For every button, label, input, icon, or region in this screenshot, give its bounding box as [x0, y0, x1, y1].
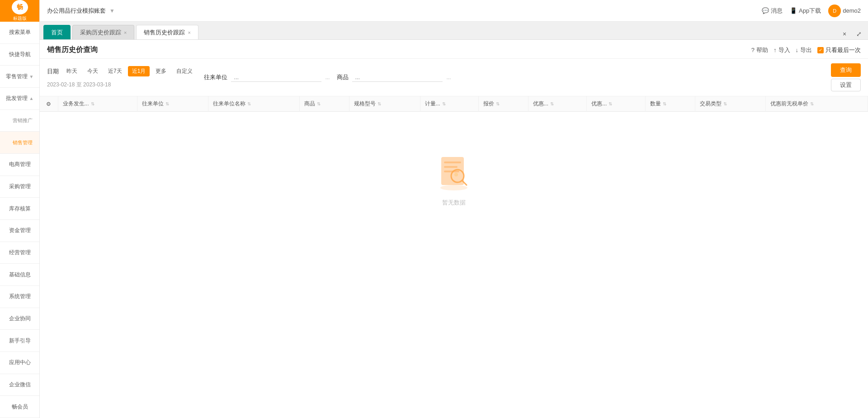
export-action[interactable]: ↓ 导出 [796, 46, 812, 54]
import-action[interactable]: ↑ 导入 [774, 46, 790, 54]
sort-icon-quantity: ⇅ [663, 101, 666, 106]
filter-area: 日期 昨天 今天 近7天 近1月 更多 自定义 2023-02-18 至 202… [40, 59, 868, 96]
partner-input-dots[interactable]: ... [325, 74, 330, 81]
date-label: 日期 [47, 67, 59, 76]
page-header-actions: ? 帮助 ↑ 导入 ↓ 导出 ✓ 只看最后一次 [751, 46, 861, 54]
sidebar-item-vip-member[interactable]: 畅会员 [0, 396, 39, 418]
sort-icon-goods: ⇅ [317, 101, 321, 106]
sidebar: 畅 标题版 搜索菜单 快捷导航 零售管理 ▼ 批发管理 ▲ 营销推广 销售管理 … [0, 0, 40, 418]
sort-icon-biz-date: ⇅ [91, 101, 94, 106]
sidebar-item-inventory[interactable]: 库存核算 [0, 198, 39, 220]
tab-sales-history-close-icon[interactable]: × [188, 30, 190, 35]
th-partner-name[interactable]: 往来单位名称 ⇅ [208, 96, 300, 112]
sidebar-item-new-guide[interactable]: 新手引导 [0, 330, 39, 352]
query-button[interactable]: 查询 [831, 63, 861, 77]
close-all-tabs-btn[interactable]: × [839, 28, 850, 39]
sort-icon-discount1: ⇅ [550, 101, 554, 106]
th-quantity[interactable]: 数量 ⇅ [645, 96, 695, 112]
th-settings[interactable]: ⚙ [40, 96, 58, 112]
sort-icon-quote: ⇅ [496, 101, 500, 106]
partner-input[interactable] [231, 73, 321, 82]
sidebar-item-search-menu[interactable]: 搜索菜单 [0, 22, 39, 44]
app-download-btn[interactable]: 📱 App下载 [790, 7, 821, 15]
th-quote[interactable]: 报价 ⇅ [478, 96, 528, 112]
sort-icon-partner-code: ⇅ [165, 101, 169, 106]
sidebar-item-sales-mgmt[interactable]: 销售管理 [0, 132, 39, 154]
sidebar-item-enterprise-wechat[interactable]: 企业微信 [0, 374, 39, 396]
sidebar-item-ops-mgmt[interactable]: 经营管理 [0, 242, 39, 264]
goods-input[interactable] [352, 73, 443, 82]
tab-home[interactable]: 首页 [43, 25, 71, 39]
message-icon: 💬 [762, 7, 769, 14]
message-btn[interactable]: 💬 消息 [762, 7, 783, 15]
svg-rect-3 [444, 166, 458, 168]
logo-icon: 畅 [12, 0, 28, 14]
th-spec[interactable]: 规格型号 ⇅ [349, 96, 420, 112]
user-avatar-area[interactable]: D demo2 [828, 5, 861, 17]
username: demo2 [843, 7, 861, 14]
svg-rect-2 [444, 162, 461, 163]
tab-purchase-history-close-icon[interactable]: × [124, 30, 127, 35]
sidebar-item-purchase-mgmt[interactable]: 采购管理 [0, 176, 39, 198]
sort-icon-trade-type: ⇅ [723, 101, 727, 106]
main-area: 办公用品行业模拟账套 ▼ 💬 消息 📱 App下载 D demo2 首页 [40, 0, 868, 418]
date-btn-last7days[interactable]: 近7天 [104, 66, 126, 76]
th-biz-date[interactable]: 业务发生... ⇅ [58, 96, 137, 112]
settings-button[interactable]: 设置 [831, 79, 861, 91]
checkbox-checked-icon: ✓ [817, 47, 824, 53]
date-btn-today[interactable]: 今天 [83, 66, 102, 76]
goods-input-dots[interactable]: ... [446, 74, 451, 81]
date-btn-custom[interactable]: 自定义 [172, 66, 197, 76]
action-buttons: 查询 设置 [831, 63, 861, 91]
sidebar-item-marketing[interactable]: 营销推广 [0, 110, 39, 132]
th-partner-code[interactable]: 往来单位 ⇅ [137, 96, 208, 112]
sidebar-item-wholesale-mgmt[interactable]: 批发管理 ▲ [0, 88, 39, 110]
import-icon: ↑ [774, 47, 777, 53]
app-download-icon: 📱 [790, 7, 797, 14]
goods-label: 商品 [337, 73, 349, 81]
gear-icon: ⚙ [46, 101, 51, 107]
th-pre-tax-price[interactable]: 优惠前无税单价 ⇅ [766, 96, 868, 112]
date-btn-last1month[interactable]: 近1月 [128, 66, 150, 76]
th-goods[interactable]: 商品 ⇅ [300, 96, 349, 112]
help-icon: ? [751, 47, 755, 53]
tab-sales-history[interactable]: 销售历史价跟踪 × [136, 25, 198, 39]
table-container: ⚙ 业务发生... ⇅ 往来单位 ⇅ [40, 96, 868, 418]
date-btn-more[interactable]: 更多 [151, 66, 170, 76]
partner-label: 往来单位 [204, 73, 227, 81]
export-icon: ↓ [796, 47, 799, 53]
maximize-btn[interactable]: ⤢ [854, 28, 864, 39]
tab-purchase-history[interactable]: 采购历史价跟踪 × [72, 25, 134, 39]
svg-point-0 [440, 185, 467, 190]
sidebar-item-ecom-mgmt[interactable]: 电商管理 [0, 154, 39, 176]
topbar-right: 💬 消息 📱 App下载 D demo2 [762, 5, 861, 17]
date-range-text: 2023-02-18 至 2023-03-18 [47, 81, 111, 89]
sidebar-logo[interactable]: 畅 标题版 [0, 0, 39, 22]
sort-icon-unit: ⇅ [442, 101, 446, 106]
only-last-checkbox[interactable]: ✓ 只看最后一次 [817, 46, 861, 54]
sort-icon-partner-name: ⇅ [247, 101, 251, 106]
goods-filter-group: 商品 ... [337, 73, 451, 82]
table-header-row: ⚙ 业务发生... ⇅ 往来单位 ⇅ [40, 96, 868, 112]
sidebar-item-enterprise-collab[interactable]: 企业协同 [0, 308, 39, 330]
svg-rect-4 [444, 171, 459, 172]
dropdown-icon[interactable]: ▼ [109, 8, 115, 14]
th-unit[interactable]: 计量... ⇅ [420, 96, 478, 112]
sidebar-item-app-center[interactable]: 应用中心 [0, 352, 39, 374]
sidebar-item-retail-mgmt[interactable]: 零售管理 ▼ [0, 66, 39, 88]
sort-icon-pre-tax-price: ⇅ [810, 101, 814, 106]
empty-icon [431, 148, 476, 193]
th-trade-type[interactable]: 交易类型 ⇅ [695, 96, 765, 112]
page-content: 销售历史价查询 ? 帮助 ↑ 导入 ↓ 导出 ✓ 只看最后一次 [40, 40, 868, 418]
date-btn-yesterday[interactable]: 昨天 [62, 66, 81, 76]
th-discount1[interactable]: 优惠... ⇅ [528, 96, 586, 112]
sidebar-item-sys-mgmt[interactable]: 系统管理 [0, 286, 39, 308]
sidebar-item-quick-nav[interactable]: 快捷导航 [0, 44, 39, 66]
sidebar-item-base-info[interactable]: 基础信息 [0, 264, 39, 286]
sidebar-item-finance-mgmt[interactable]: 资金管理 [0, 220, 39, 242]
sort-icon-discount2: ⇅ [609, 101, 612, 106]
partner-filter-group: 往来单位 ... [204, 73, 330, 82]
th-discount2[interactable]: 优惠... ⇅ [587, 96, 645, 112]
help-action[interactable]: ? 帮助 [751, 46, 768, 54]
empty-illustration [431, 148, 476, 193]
